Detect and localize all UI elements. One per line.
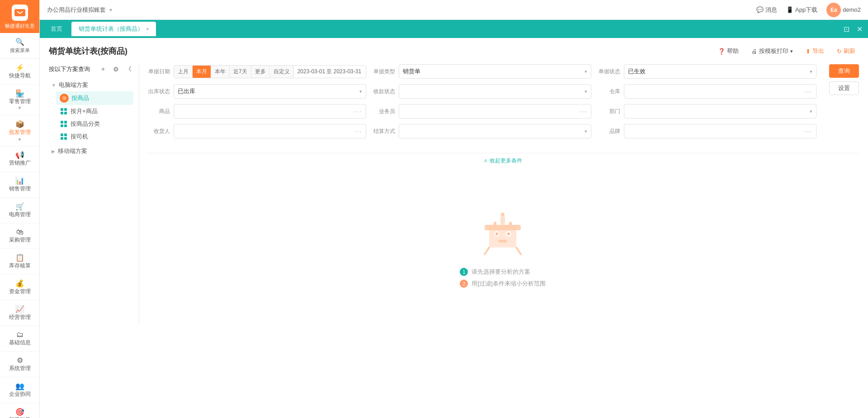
filter-field-brand: 品牌 ··· [597,124,816,138]
header-right: 💬 消息 📱 App下载 Ea demo2 [756,3,861,17]
brand-control[interactable]: ··· [624,124,816,138]
tab-close-icon[interactable]: × [146,26,149,32]
message-label: 消息 [765,6,777,14]
app-download-icon: 📱 [786,6,793,13]
tree-group-mobile-header[interactable]: ▶ 移动端方案 [49,145,133,157]
doc-status-control[interactable]: 已生效 ▾ [624,64,816,79]
industry-chevron: ▾ [109,7,112,13]
template-print-btn[interactable]: 🖨 按模板打印 ▾ [748,45,797,57]
nav-item-system[interactable]: ⚙ 系统管理 [0,352,39,377]
nav-item-inventory[interactable]: 📋 库存核算 [0,249,39,275]
operations-label: 经营管理 [9,314,31,321]
filter-field-doc-type: 单据类型 销货单 ▾ [372,64,591,79]
settings-button[interactable]: 设置 [829,81,859,95]
filter-field-department: 部门 ▾ [597,104,816,119]
tab-home-label: 首页 [51,25,62,33]
export-btn[interactable]: ⬆ 导出 [802,45,828,57]
help-btn[interactable]: ❓ 帮助 [714,45,742,57]
date-tab-7days[interactable]: 近7天 [230,66,251,78]
nav-item-sales[interactable]: 📊 销售管理 [0,172,39,198]
action-buttons: 查询 设置 [829,64,859,95]
department-control[interactable]: ▾ [624,104,816,119]
filter-fields-area: 单据日期 上月 本月 本年 近7天 更多 自定义 [146,64,816,144]
nav-item-retail[interactable]: 🏪 零售管理 ▼ [0,85,39,115]
header-left: 办公用品行业模拟账套 ▾ [47,6,112,14]
filter-row-date-type-status: 单据日期 上月 本月 本年 近7天 更多 自定义 [146,64,816,79]
nav-item-marketing[interactable]: 📢 营销推广 [0,146,39,172]
scheme-panel: 按以下方案查询 ＋ ⚙ 《 ▼ 电脑端方案 [49,64,139,324]
collapse-conditions-bar[interactable]: ∧ 收起更多条件 [146,153,859,168]
nav-item-finance[interactable]: 💰 资金管理 [0,275,39,300]
date-tab-custom[interactable]: 自定义 [270,66,293,78]
svg-rect-8 [64,124,67,127]
export-label: 导出 [812,47,824,55]
doc-type-label: 单据类型 [372,68,395,76]
date-filter-control[interactable]: 上月 本月 本年 近7天 更多 自定义 2023-03-01 至 2023-03… [174,65,366,78]
scheme-settings-btn[interactable]: ⚙ [111,64,121,74]
tip-text-1: 请先选择要分析的方案 [472,268,530,276]
date-tab-more[interactable]: 更多 [251,66,270,78]
tip-num-2: 2 [460,280,468,288]
nav-item-purchase[interactable]: 🛍 采购管理 [0,223,39,249]
tree-group-pc-header[interactable]: ▼ 电脑端方案 [49,79,133,91]
nav-item-guide[interactable]: 🎯 新手引导 [0,403,39,418]
doc-type-control[interactable]: 销货单 ▾ [399,64,591,79]
settle-control[interactable]: ▾ [399,124,591,138]
driver-icon [60,133,68,141]
query-button[interactable]: 查询 [829,64,859,78]
app-download-btn[interactable]: 📱 App下载 [786,6,817,14]
consignee-control[interactable]: ··· [174,124,366,138]
tree-item-month-goods[interactable]: 按月+商品 [56,105,133,118]
svg-point-17 [495,233,498,235]
date-tab-last-month[interactable]: 上月 [174,66,193,78]
goods-control[interactable]: ··· [174,104,366,119]
restore-window-btn[interactable]: ⊡ [842,23,851,35]
refresh-btn[interactable]: ↻ 刷新 [833,45,859,57]
tab-home[interactable]: 首页 [43,22,70,36]
settle-chevron: ▾ [585,128,587,134]
template-print-arrow: ▾ [790,48,793,54]
message-btn[interactable]: 💬 消息 [756,6,777,14]
receipt-status-control[interactable]: ▾ [399,84,591,99]
svg-rect-2 [64,108,67,111]
doc-type-chevron: ▾ [585,69,587,75]
nav-item-wholesale[interactable]: 📦 批发管理 ▲ [0,115,39,146]
out-status-control[interactable]: 已出库 ▾ [174,84,366,99]
tree-group-mobile: ▶ 移动端方案 [49,145,133,157]
sidebar: 畅捷通好生意 🔍 搜索菜单 ⚡ 快捷导航 🏪 零售管理 ▼ 📦 批发管理 ▲ 📢… [0,0,40,418]
page-header: 销货单统计表(按商品) ❓ 帮助 🖨 按模板打印 ▾ ⬆ 导出 [49,45,859,57]
svg-rect-9 [61,133,63,136]
nav-item-ecommerce[interactable]: 🛒 电商管理 [0,198,39,223]
template-print-label: 按模板打印 [759,47,788,55]
scheme-collapse-btn[interactable]: 《 [123,64,133,74]
scheme-add-btn[interactable]: ＋ [98,64,108,74]
nav-item-base-info[interactable]: 🗂 基础信息 [0,326,39,352]
goods-dots: ··· [354,108,362,115]
user-avatar-btn[interactable]: Ea demo2 [826,3,861,17]
filter-field-warehouse: 仓库 ··· [597,84,816,99]
out-status-label: 出库状态 [146,88,170,95]
tab-sales-report[interactable]: 销货单统计表（按商品） × [71,22,156,36]
tree-item-driver[interactable]: 按司机 [56,130,133,143]
top-header: 办公用品行业模拟账套 ▾ 💬 消息 📱 App下载 Ea demo2 [40,0,868,20]
salesperson-control[interactable]: ··· [399,104,591,119]
tree-item-by-goods[interactable]: 按 按商品 [56,91,133,105]
wholesale-icon: 📦 [15,120,24,128]
refresh-icon: ↻ [837,48,842,55]
tree-item-goods-cat[interactable]: 按商品分类 [56,118,133,130]
filter-field-out-status: 出库状态 已出库 ▾ [146,84,366,99]
scheme-panel-header: 按以下方案查询 ＋ ⚙ 《 [49,64,133,74]
refresh-label: 刷新 [844,47,855,55]
date-tab-this-year[interactable]: 本年 [211,66,230,78]
out-status-chevron: ▾ [359,89,362,95]
close-window-btn[interactable]: ✕ [855,23,864,35]
nav-item-quick[interactable]: ⚡ 快捷导航 [0,59,39,85]
tree-item-driver-label: 按司机 [71,133,88,141]
search-menu-item[interactable]: 🔍 搜索菜单 [0,33,39,59]
nav-item-operations[interactable]: 📈 经营管理 [0,300,39,326]
warehouse-control[interactable]: ··· [624,84,816,99]
quick-nav-icon: ⚡ [15,63,24,72]
empty-illustration [476,204,530,259]
date-tab-this-month[interactable]: 本月 [193,66,211,78]
nav-item-enterprise[interactable]: 👥 企业协同 [0,377,39,403]
